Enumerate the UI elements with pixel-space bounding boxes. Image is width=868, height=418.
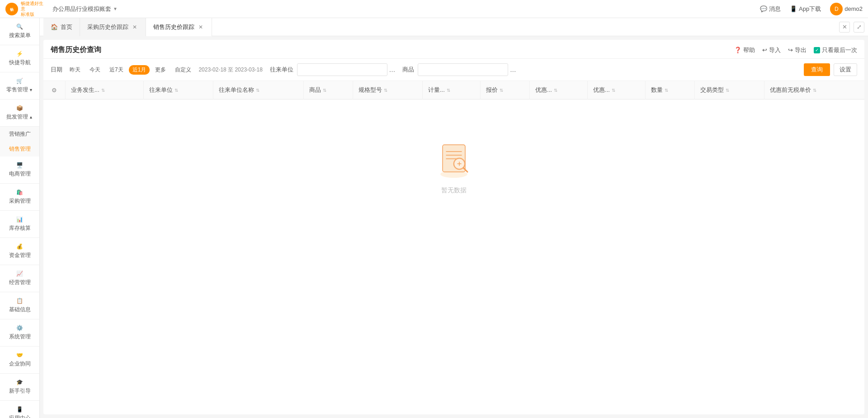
filter-actions: 查询 设置 <box>804 63 857 76</box>
product-dots-button[interactable]: ... <box>510 66 516 74</box>
table-container: ⚙ 业务发生... ⇅ 往来单位 <box>43 81 864 414</box>
sidebar-item-system[interactable]: ⚙️ 系统管理 <box>0 319 39 347</box>
ecommerce-icon: 🖥️ <box>16 162 23 168</box>
sidebar-item-retail[interactable]: 🛒 零售管理 ▼ <box>0 72 39 100</box>
tab-maximize-button[interactable]: ⤢ <box>854 22 864 33</box>
main-layout: 🔍 搜索菜单 ⚡ 快捷导航 🛒 零售管理 ▼ 📦 批发管理 ▲ 营销推广 销售管… <box>0 18 868 418</box>
partner-dots-button[interactable]: ... <box>389 66 395 74</box>
data-table: ⚙ 业务发生... ⇅ 往来单位 <box>43 81 864 231</box>
product-filter-group: 商品 ... <box>402 63 516 76</box>
table-col-discount2: 优惠... ⇅ <box>588 81 646 100</box>
sort-icon[interactable]: ⇅ <box>813 88 816 93</box>
page-header-actions: ❓ 帮助 ↩ 导入 ↪ 导出 ✓ 只看最后一次 <box>734 46 857 54</box>
basic-info-icon: 📋 <box>16 298 23 304</box>
chevron-down-icon: ▼ <box>113 6 118 11</box>
sidebar-item-shortcut[interactable]: ⚡ 快捷导航 <box>0 45 39 72</box>
help-button[interactable]: ❓ 帮助 <box>734 46 755 54</box>
tab-bar-right: ✕ ⤢ <box>839 22 864 33</box>
tab-close-purchase[interactable]: ✕ <box>131 24 138 31</box>
help-icon: ❓ <box>734 47 741 53</box>
partner-filter-input: ... <box>297 63 395 76</box>
header-title: 办公用品行业模拟账套 <box>52 5 111 13</box>
avatar: D <box>830 3 843 15</box>
table-gear-button[interactable]: ⚙ <box>49 85 60 95</box>
import-button[interactable]: ↩ 导入 <box>762 46 781 54</box>
sidebar-item-enterprise[interactable]: 🤝 企业协同 <box>0 347 39 374</box>
sidebar-item-purchase[interactable]: 🛍️ 采购管理 <box>0 184 39 211</box>
export-button[interactable]: ↪ 导出 <box>788 46 807 54</box>
tab-bar: 🏠 首页 采购历史价跟踪 ✕ 销售历史价跟踪 ✕ ✕ ⤢ <box>40 18 868 36</box>
page-content: 销售历史价查询 ❓ 帮助 ↩ 导入 ↪ 导出 ✓ <box>43 40 864 414</box>
tab-purchase-history[interactable]: 采购历史价跟踪 ✕ <box>80 18 146 36</box>
sidebar-item-sales-mgmt[interactable]: 销售管理 <box>0 142 39 157</box>
sort-icon[interactable]: ⇅ <box>175 88 178 93</box>
sort-icon[interactable]: ⇅ <box>256 88 259 93</box>
logo-text: 畅捷通好生意 标准版 <box>21 1 45 17</box>
enterprise-icon: 🤝 <box>16 352 23 358</box>
product-input[interactable] <box>418 63 508 76</box>
logo-icon: 畅 <box>5 3 18 15</box>
sidebar-item-marketing[interactable]: 营销推广 <box>0 127 39 142</box>
app-download-button[interactable]: 📱 App下载 <box>790 5 821 13</box>
sort-icon[interactable]: ⇅ <box>554 88 557 93</box>
checkbox-icon: ✓ <box>814 47 820 53</box>
sidebar-item-guide[interactable]: 🎓 新手引导 <box>0 374 39 401</box>
product-filter-input: ... <box>418 63 516 76</box>
tab-close-sales[interactable]: ✕ <box>197 24 204 31</box>
product-filter-label: 商品 <box>402 66 414 74</box>
logo-area: 畅 畅捷通好生意 标准版 <box>5 1 45 17</box>
table-col-partner-name: 往来单位名称 ⇅ <box>213 81 303 100</box>
only-last-checkbox[interactable]: ✓ 只看最后一次 <box>814 46 857 54</box>
sidebar-item-ecommerce[interactable]: 🖥️ 电商管理 <box>0 157 39 184</box>
export-icon: ↪ <box>788 47 793 53</box>
sort-icon[interactable]: ⇅ <box>612 88 615 93</box>
table-col-product: 商品 ⇅ <box>303 81 353 100</box>
sort-icon[interactable]: ⇅ <box>726 88 729 93</box>
partner-input[interactable] <box>297 63 387 76</box>
sidebar-item-wholesale[interactable]: 📦 批发管理 ▲ <box>0 100 39 127</box>
sidebar-item-basic-info[interactable]: 📋 基础信息 <box>0 292 39 319</box>
partner-filter-group: 往来单位 ... <box>270 63 395 76</box>
tab-sales-history[interactable]: 销售历史价跟踪 ✕ <box>146 18 212 36</box>
tab-close-all-button[interactable]: ✕ <box>839 22 850 33</box>
home-icon: 🏠 <box>51 24 58 30</box>
sort-icon[interactable]: ⇅ <box>384 88 387 93</box>
sort-icon[interactable]: ⇅ <box>101 88 105 93</box>
sidebar-item-apps[interactable]: 📱 应用中心 <box>0 401 39 418</box>
sort-icon[interactable]: ⇅ <box>665 88 668 93</box>
date-chip-yesterday[interactable]: 昨天 <box>66 65 84 75</box>
table-col-unit: 计量... ⇅ <box>422 81 480 100</box>
sort-icon[interactable]: ⇅ <box>323 88 326 93</box>
table-col-settings: ⚙ <box>43 81 66 100</box>
inventory-icon: 📊 <box>16 216 23 223</box>
sidebar-item-finance[interactable]: 💰 资金管理 <box>0 238 39 265</box>
message-button[interactable]: 💬 消息 <box>760 5 781 13</box>
date-chip-custom[interactable]: 自定义 <box>171 65 195 75</box>
date-chip-today[interactable]: 今天 <box>86 65 104 75</box>
settings-button[interactable]: 设置 <box>834 63 857 76</box>
sort-icon[interactable]: ⇅ <box>447 88 450 93</box>
user-menu-button[interactable]: D demo2 <box>830 3 863 15</box>
date-chip-1month[interactable]: 近1月 <box>129 65 150 75</box>
top-header: 畅 畅捷通好生意 标准版 办公用品行业模拟账套 ▼ 💬 消息 📱 App下载 D… <box>0 0 868 18</box>
wholesale-icon: 📦 <box>16 105 23 111</box>
query-button[interactable]: 查询 <box>804 63 830 76</box>
header-title-area[interactable]: 办公用品行业模拟账套 ▼ <box>52 5 118 13</box>
shortcut-icon: ⚡ <box>16 51 23 57</box>
date-chip-7days[interactable]: 近7天 <box>106 65 127 75</box>
header-right: 💬 消息 📱 App下载 D demo2 <box>760 3 863 15</box>
tab-home[interactable]: 🏠 首页 <box>43 18 80 36</box>
date-chip-more[interactable]: 更多 <box>151 65 170 75</box>
sort-icon[interactable]: ⇅ <box>500 88 503 93</box>
sidebar-item-operations[interactable]: 📈 经营管理 <box>0 265 39 292</box>
page-title: 销售历史价查询 <box>51 45 101 55</box>
sidebar-item-search[interactable]: 🔍 搜索菜单 <box>0 18 39 45</box>
table-col-quoted-price: 报价 ⇅ <box>480 81 529 100</box>
finance-icon: 💰 <box>16 243 23 250</box>
filter-bar: 日期 昨天 今天 近7天 近1月 更多 自定义 2023-02-18 至 202… <box>43 59 864 81</box>
sidebar-item-inventory[interactable]: 📊 库存核算 <box>0 211 39 238</box>
table-body: 暂无数据 <box>43 100 864 231</box>
partner-filter-label: 往来单位 <box>270 66 293 74</box>
table-col-biz-date: 业务发生... ⇅ <box>66 81 144 100</box>
apps-icon: 📱 <box>16 406 23 413</box>
